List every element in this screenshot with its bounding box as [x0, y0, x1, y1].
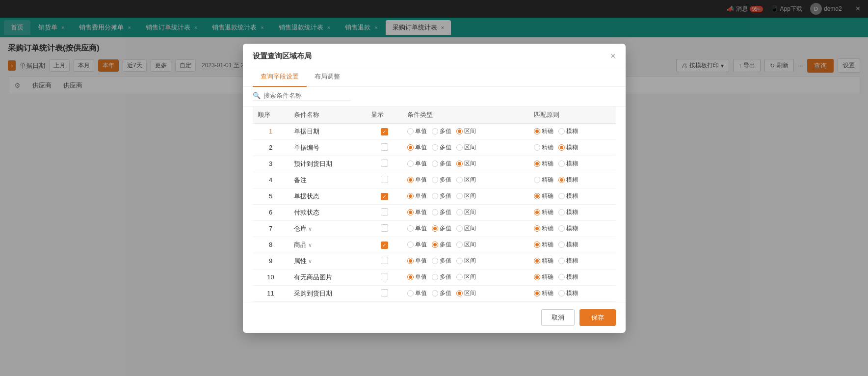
display-checkbox[interactable] — [381, 242, 388, 249]
radio-circle — [432, 242, 438, 248]
seq-cell: 4 — [253, 172, 289, 188]
type-option-多值[interactable]: 多值 — [432, 208, 451, 216]
radio-circle — [456, 225, 463, 232]
match-option-模糊[interactable]: 模糊 — [558, 224, 578, 233]
display-cell[interactable] — [366, 204, 402, 220]
type-option-区间[interactable]: 区间 — [456, 257, 476, 265]
display-checkbox[interactable] — [381, 208, 388, 215]
display-checkbox[interactable] — [381, 176, 388, 183]
display-checkbox[interactable] — [381, 273, 388, 280]
display-cell[interactable] — [366, 139, 402, 156]
type-option-区间[interactable]: 区间 — [456, 143, 476, 152]
radio-circle — [456, 177, 463, 183]
radio-circle — [432, 209, 438, 215]
match-option-模糊[interactable]: 模糊 — [558, 257, 578, 265]
match-option-精确[interactable]: 精确 — [534, 273, 553, 281]
radio-circle — [534, 290, 540, 296]
table-row: 5单据状态单值多值区间精确模糊 — [253, 188, 616, 204]
display-cell[interactable] — [366, 156, 402, 172]
expand-arrow[interactable]: ∨ — [308, 226, 312, 232]
match-option-模糊[interactable]: 模糊 — [558, 273, 578, 281]
match-option-精确[interactable]: 精确 — [534, 176, 553, 184]
type-option-多值[interactable]: 多值 — [432, 241, 451, 249]
display-checkbox[interactable] — [381, 143, 388, 151]
type-option-区间[interactable]: 区间 — [456, 208, 476, 216]
display-cell[interactable] — [366, 188, 402, 204]
display-checkbox[interactable] — [381, 193, 388, 200]
radio-circle — [558, 258, 565, 264]
type-option-多值[interactable]: 多值 — [432, 160, 451, 168]
display-cell[interactable] — [366, 220, 402, 237]
type-cell: 单值多值区间 — [402, 237, 528, 253]
match-option-模糊[interactable]: 模糊 — [558, 192, 578, 200]
modal-tab-layout-adjust[interactable]: 布局调整 — [307, 67, 348, 87]
type-option-区间[interactable]: 区间 — [456, 224, 476, 233]
display-checkbox[interactable] — [381, 224, 388, 232]
type-option-单值[interactable]: 单值 — [407, 241, 427, 249]
type-option-多值[interactable]: 多值 — [432, 176, 451, 184]
cancel-btn[interactable]: 取消 — [541, 309, 575, 326]
type-option-区间[interactable]: 区间 — [456, 241, 476, 249]
match-option-模糊[interactable]: 模糊 — [558, 176, 578, 184]
type-option-多值[interactable]: 多值 — [432, 289, 451, 297]
type-option-多值[interactable]: 多值 — [432, 143, 451, 152]
modal-close-btn[interactable]: × — [610, 52, 616, 60]
save-btn[interactable]: 保存 — [579, 309, 616, 326]
type-option-单值[interactable]: 单值 — [407, 176, 427, 184]
condition-name: 备注 — [294, 176, 307, 184]
search-input[interactable] — [263, 92, 347, 99]
type-option-区间[interactable]: 区间 — [456, 289, 476, 297]
type-option-多值[interactable]: 多值 — [432, 127, 451, 135]
display-checkbox[interactable] — [381, 160, 388, 167]
display-checkbox[interactable] — [381, 257, 388, 264]
type-option-区间[interactable]: 区间 — [456, 176, 476, 184]
type-option-多值[interactable]: 多值 — [432, 224, 451, 233]
match-option-模糊[interactable]: 模糊 — [558, 289, 578, 297]
match-option-精确[interactable]: 精确 — [534, 127, 553, 135]
match-option-精确[interactable]: 精确 — [534, 224, 553, 233]
display-cell[interactable] — [366, 172, 402, 188]
match-option-模糊[interactable]: 模糊 — [558, 143, 578, 152]
match-option-精确[interactable]: 精确 — [534, 160, 553, 168]
type-option-区间[interactable]: 区间 — [456, 192, 476, 200]
type-option-多值[interactable]: 多值 — [432, 257, 451, 265]
type-option-单值[interactable]: 单值 — [407, 224, 427, 233]
radio-circle — [456, 193, 463, 199]
display-cell[interactable] — [366, 253, 402, 269]
type-option-区间[interactable]: 区间 — [456, 127, 476, 135]
display-checkbox[interactable] — [381, 128, 388, 135]
type-cell: 单值多值区间 — [402, 204, 528, 220]
match-option-模糊[interactable]: 模糊 — [558, 208, 578, 216]
type-option-单值[interactable]: 单值 — [407, 273, 427, 281]
type-option-单值[interactable]: 单值 — [407, 143, 427, 152]
match-option-模糊[interactable]: 模糊 — [558, 160, 578, 168]
expand-arrow[interactable]: ∨ — [308, 258, 312, 264]
display-cell[interactable] — [366, 123, 402, 139]
type-option-单值[interactable]: 单值 — [407, 289, 427, 297]
type-option-区间[interactable]: 区间 — [456, 160, 476, 168]
type-option-单值[interactable]: 单值 — [407, 160, 427, 168]
type-option-区间[interactable]: 区间 — [456, 273, 476, 281]
match-option-精确[interactable]: 精确 — [534, 192, 553, 200]
type-option-单值[interactable]: 单值 — [407, 257, 427, 265]
match-option-模糊[interactable]: 模糊 — [558, 241, 578, 249]
type-option-多值[interactable]: 多值 — [432, 273, 451, 281]
match-option-精确[interactable]: 精确 — [534, 143, 553, 152]
display-cell[interactable] — [366, 285, 402, 301]
display-checkbox[interactable] — [381, 289, 388, 296]
modal-tab-query-fields[interactable]: 查询字段设置 — [253, 67, 307, 87]
match-option-精确[interactable]: 精确 — [534, 289, 553, 297]
seq-cell: 9 — [253, 253, 289, 269]
match-option-精确[interactable]: 精确 — [534, 241, 553, 249]
display-cell[interactable] — [366, 237, 402, 253]
match-option-精确[interactable]: 精确 — [534, 208, 553, 216]
type-option-多值[interactable]: 多值 — [432, 192, 451, 200]
expand-arrow[interactable]: ∨ — [308, 242, 312, 248]
match-option-精确[interactable]: 精确 — [534, 257, 553, 265]
radio-circle — [456, 161, 463, 167]
type-option-单值[interactable]: 单值 — [407, 208, 427, 216]
match-option-模糊[interactable]: 模糊 — [558, 127, 578, 135]
type-option-单值[interactable]: 单值 — [407, 192, 427, 200]
display-cell[interactable] — [366, 269, 402, 285]
type-option-单值[interactable]: 单值 — [407, 127, 427, 135]
